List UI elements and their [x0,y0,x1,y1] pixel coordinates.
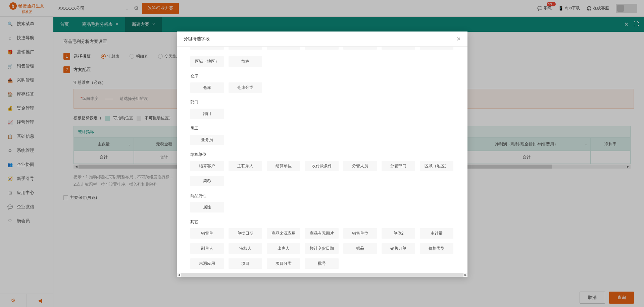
field-tag[interactable]: 主联系人 [229,161,262,171]
field-tag[interactable]: 项目分类 [267,258,300,269]
field-tag[interactable]: 销货单 [190,228,224,239]
field-tag[interactable]: 区域（地区） [420,161,453,171]
field-group-title: 结算单位 [190,152,454,158]
modal-title: 分组待选字段 [184,36,210,42]
field-group-title: 员工 [190,126,454,131]
field-tag[interactable]: 仓库 [190,82,224,93]
field-tag[interactable]: 价格类型 [420,243,453,254]
field-row: 区域（地区）简称 [190,56,454,67]
field-group-title: 商品属性 [190,193,454,199]
field-tags: 业务员 [190,135,454,145]
field-group-title: 仓库 [190,73,454,79]
field-group: 员工业务员 [190,126,454,145]
field-tag[interactable]: 销售单位 [343,228,377,239]
field-tag[interactable]: 预计交货日期 [305,243,339,254]
close-icon[interactable]: ✕ [456,36,461,42]
field-tag[interactable]: 分管人员 [343,161,377,171]
field-tag[interactable]: 结算单位 [267,161,300,171]
field-tag[interactable]: 简称 [190,176,224,186]
field-group: 商品属性属性 [190,193,454,212]
field-tags: 仓库仓库分类 [190,82,454,93]
field-tags: 属性 [190,202,454,212]
field-row-partial: 省/…省/分类分管部门分管人员主联系人主联系人…销售单位 [190,47,454,50]
field-tag[interactable]: 单位2 [382,228,415,239]
field-group-title: 部门 [190,100,454,105]
field-tag[interactable]: 制单人 [190,243,224,254]
field-tag[interactable]: 分管部门 [267,47,300,50]
field-tag[interactable]: 分管部门 [382,161,415,171]
field-tag[interactable]: 收付款条件 [305,161,339,171]
field-tag[interactable]: 审核人 [229,243,262,254]
field-tag[interactable]: 出库人 [267,243,300,254]
field-tag[interactable]: 单据日期 [229,228,262,239]
modal-body: 省/…省/分类分管部门分管人员主联系人主联系人…销售单位 区域（地区）简称 仓库… [177,47,467,273]
field-tags: 销货单单据日期商品来源应用商品有无图片销售单位单位2主计量制单人审核人出库人预计… [190,228,454,269]
field-tag[interactable]: 属性 [190,202,224,212]
scroll-thumb[interactable] [181,273,463,277]
field-tag[interactable]: 省/… [190,47,224,50]
field-tag[interactable]: 商品来源应用 [267,228,300,239]
field-tag[interactable]: 区域（地区） [190,56,224,67]
field-group: 结算单位结算客户主联系人结算单位收付款条件分管人员分管部门区域（地区）简称 [190,152,454,186]
field-tag[interactable]: 主计量 [420,228,453,239]
field-tag[interactable]: 简称 [229,56,262,67]
field-tag[interactable]: 结算客户 [190,161,224,171]
field-tag[interactable]: 赠品 [343,243,377,254]
field-tag[interactable]: 来源应用 [190,258,224,269]
field-selection-modal: 分组待选字段 ✕ 省/…省/分类分管部门分管人员主联系人主联系人…销售单位 区域… [177,32,467,277]
field-tag[interactable]: 主联系人… [382,47,415,50]
modal-horizontal-scrollbar[interactable]: ◀ ▶ [177,273,467,277]
field-tag[interactable]: 商品有无图片 [305,228,339,239]
field-tag[interactable]: 仓库分类 [229,82,262,93]
field-group-title: 其它 [190,219,454,225]
scroll-right-icon[interactable]: ▶ [463,273,467,277]
field-tag[interactable]: 批号 [305,258,339,269]
field-tag[interactable]: 省/分类 [229,47,262,50]
modal-header: 分组待选字段 ✕ [177,32,467,47]
field-tag[interactable]: 项目 [229,258,262,269]
field-tags: 部门 [190,109,454,119]
field-tags: 结算客户主联系人结算单位收付款条件分管人员分管部门区域（地区）简称 [190,161,454,186]
field-group: 仓库仓库仓库分类 [190,73,454,93]
field-group: 部门部门 [190,100,454,119]
field-tag[interactable]: 部门 [190,109,224,119]
scroll-left-icon[interactable]: ◀ [177,273,181,277]
field-group: 其它销货单单据日期商品来源应用商品有无图片销售单位单位2主计量制单人审核人出库人… [190,219,454,269]
field-tag[interactable]: 分管人员 [305,47,339,50]
field-tag[interactable]: 业务员 [190,135,224,145]
field-tag[interactable]: 主联系人 [343,47,377,50]
field-tag[interactable]: 销售单位 [420,47,453,50]
field-tag[interactable]: 销售订单 [382,243,415,254]
